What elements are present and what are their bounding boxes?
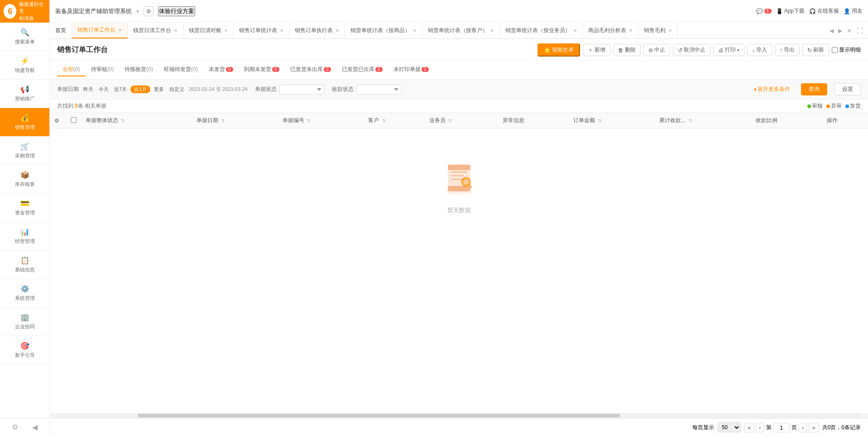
cancel-stop-btn[interactable]: ↺ 取消中止 bbox=[673, 44, 710, 56]
select-all-checkbox[interactable] bbox=[71, 117, 77, 123]
tab-home[interactable]: 首页 bbox=[50, 23, 72, 38]
expand-conditions-btn[interactable]: ▾ 展开更多条件 bbox=[754, 85, 790, 93]
filter-tab-shipped-out[interactable]: 已发货已出库0 bbox=[336, 63, 388, 76]
tab-scroll-right-icon[interactable]: ▶ bbox=[837, 28, 844, 34]
tab-sales-stat-product[interactable]: 销货单统计表（按商品）✕ bbox=[345, 23, 422, 38]
sidebar-item-inventory[interactable]: 📦库存核算 bbox=[0, 165, 49, 194]
page-input[interactable] bbox=[773, 423, 790, 432]
sort-collected-icon[interactable]: ⇅ bbox=[689, 118, 692, 123]
refresh-btn[interactable]: ↻ 刷新 bbox=[802, 44, 829, 56]
industry-btn[interactable]: 体验行业方案 bbox=[158, 6, 195, 16]
sort-amount-icon[interactable]: ⇅ bbox=[598, 118, 602, 123]
settings-icon[interactable]: ⚙ bbox=[12, 423, 18, 431]
sidebar-item-search[interactable]: 🔍搜索菜单 bbox=[0, 23, 49, 51]
ai-create-btn[interactable]: ⭐ 智能生单 bbox=[537, 43, 580, 57]
sidebar-item-sales[interactable]: 💰销售管理 bbox=[0, 108, 49, 137]
sort-no-icon[interactable]: ⇅ bbox=[307, 118, 311, 123]
date-more[interactable]: 更多 bbox=[152, 85, 166, 93]
collapse-icon[interactable]: ◀ bbox=[32, 423, 38, 431]
review-action-btn[interactable]: 审核 bbox=[807, 102, 823, 110]
date-7days[interactable]: 近7天 bbox=[112, 85, 129, 93]
stop-btn[interactable]: ⊘ 中止 bbox=[643, 44, 670, 56]
tab-sales-stat-salesman[interactable]: 销货单统计表（按业务员）✕ bbox=[500, 23, 583, 38]
filter-tab-shipped-not-out[interactable]: 已发货未出库0 bbox=[285, 63, 336, 76]
table-scroll[interactable]: ⚙ 单据整体状态 ⇅ 单据日期 ⇅ bbox=[50, 113, 868, 413]
print-btn[interactable]: 🖨 打印 ▾ bbox=[713, 44, 744, 56]
prev-page-btn[interactable]: ‹ bbox=[756, 423, 764, 432]
tab-close-sales-order-exec[interactable]: ✕ bbox=[336, 28, 339, 33]
tab-cash-reconcile[interactable]: 钱货日清对账✕ bbox=[183, 23, 234, 38]
sidebar-item-marketing[interactable]: 📢营销推广 bbox=[0, 80, 49, 108]
sidebar-item-guide[interactable]: 🎯新手引导 bbox=[0, 336, 49, 365]
delete-btn[interactable]: 🗑 删除 bbox=[613, 44, 641, 56]
print-icon: 🖨 bbox=[718, 47, 724, 53]
show-detail-checkbox[interactable] bbox=[832, 47, 838, 53]
sort-customer-icon[interactable]: ⇅ bbox=[382, 118, 386, 123]
scrollbar-thumb[interactable] bbox=[138, 414, 620, 417]
tab-close-product-margin[interactable]: ✕ bbox=[629, 28, 633, 33]
tab-cash-daily[interactable]: 钱货日清工作台✕ bbox=[128, 23, 183, 38]
tab-scroll-left-icon[interactable]: ◀ bbox=[828, 28, 835, 34]
filter-tab-pending-review[interactable]: 待审核(0) bbox=[86, 63, 120, 76]
import-btn[interactable]: ↓ 导入 bbox=[747, 44, 772, 56]
last-page-btn[interactable]: » bbox=[809, 423, 818, 432]
date-custom[interactable]: 自定义 bbox=[168, 85, 186, 93]
filter-tab-pending-inspect[interactable]: 待拣验货(0) bbox=[119, 63, 158, 76]
sort-status-icon[interactable]: ⇅ bbox=[121, 118, 125, 123]
date-1month[interactable]: 近1月 bbox=[130, 85, 150, 93]
date-today[interactable]: 今天 bbox=[97, 85, 110, 93]
settings-filter-btn[interactable]: 设置 bbox=[834, 83, 861, 95]
tab-close-sales-order-workbench[interactable]: ✕ bbox=[118, 28, 122, 33]
tab-close-cash-daily[interactable]: ✕ bbox=[174, 28, 177, 33]
sidebar-item-purchase[interactable]: 🛒采购管理 bbox=[0, 137, 49, 165]
column-settings-icon[interactable]: ⚙ bbox=[54, 118, 59, 124]
sort-salesman-icon[interactable]: ⇅ bbox=[448, 118, 452, 123]
topbar-settings-icon[interactable]: ⚙ bbox=[144, 6, 153, 16]
sort-date-icon[interactable]: ⇅ bbox=[221, 118, 225, 123]
dropdown-arrow-icon[interactable]: ▾ bbox=[136, 8, 139, 14]
first-page-btn[interactable]: « bbox=[744, 423, 754, 432]
search-btn[interactable]: 查询 bbox=[801, 83, 827, 95]
sidebar-item-quick-nav[interactable]: ⚡快捷导航 bbox=[0, 51, 49, 80]
tab-sales-revenue[interactable]: 销售毛利✕ bbox=[638, 23, 678, 38]
add-btn[interactable]: ＋ 新增 bbox=[583, 44, 610, 56]
message-icon-wrapper[interactable]: 💬 6 bbox=[756, 8, 772, 14]
user-icon: 👤 bbox=[844, 8, 850, 14]
filter-tab-all[interactable]: 全部(0) bbox=[57, 63, 86, 76]
sidebar-item-enterprise[interactable]: 🏢企业协同 bbox=[0, 308, 49, 336]
tab-close-all-icon[interactable]: ✕ bbox=[845, 27, 854, 34]
payment-select[interactable] bbox=[356, 85, 402, 95]
tab-close-sales-stat-salesman[interactable]: ✕ bbox=[573, 28, 577, 33]
tab-sales-order-stat[interactable]: 销售订单统计表✕ bbox=[234, 23, 289, 38]
filter-tab-wangpu-pending[interactable]: 旺铺待发货(0) bbox=[158, 63, 203, 76]
export-btn[interactable]: ↑ 导出 bbox=[775, 44, 800, 56]
sidebar-item-operations[interactable]: 📊经营管理 bbox=[0, 222, 49, 251]
next-page-btn[interactable]: › bbox=[799, 423, 807, 432]
page-size-select[interactable]: 10 20 50 100 bbox=[718, 422, 741, 432]
sidebar-item-system[interactable]: ⚙️系统管理 bbox=[0, 279, 49, 308]
tab-close-sales-revenue[interactable]: ✕ bbox=[668, 28, 672, 33]
ship-action-btn[interactable]: 发货 bbox=[845, 102, 861, 110]
tab-sales-order-workbench[interactable]: 销售订单工作台✕ bbox=[72, 23, 128, 38]
tab-sales-stat-customer[interactable]: 销货单统计表（按客户）✕ bbox=[422, 23, 500, 38]
tab-maximize-icon[interactable]: ⛶ bbox=[855, 27, 864, 34]
tab-close-sales-stat-customer[interactable]: ✕ bbox=[490, 28, 494, 33]
tab-close-cash-reconcile[interactable]: ✕ bbox=[224, 28, 228, 33]
tab-close-sales-order-stat[interactable]: ✕ bbox=[280, 28, 283, 33]
filter-tab-not-printed[interactable]: 未打印单据0 bbox=[388, 63, 434, 76]
tab-product-margin[interactable]: 商品毛利分析表✕ bbox=[583, 23, 638, 38]
filter-tab-not-shipped[interactable]: 未发货0 bbox=[203, 63, 239, 76]
status-select[interactable] bbox=[279, 85, 325, 95]
online-service-btn[interactable]: 🎧 在线客服 bbox=[809, 7, 839, 15]
sidebar-item-finance[interactable]: 💳资金管理 bbox=[0, 194, 49, 222]
tab-sales-order-exec[interactable]: 销售订单执行表✕ bbox=[289, 23, 345, 38]
sidebar-item-basic-info[interactable]: 📋基础信息 bbox=[0, 251, 49, 279]
cancel-review-action-btn[interactable]: 弃审 bbox=[826, 102, 842, 110]
date-yesterday[interactable]: 昨天 bbox=[82, 85, 95, 93]
horizontal-scrollbar[interactable] bbox=[57, 413, 861, 418]
filter-tab-expired-not-shipped[interactable]: 到期未发货0 bbox=[239, 63, 285, 76]
tab-close-sales-stat-product[interactable]: ✕ bbox=[413, 28, 417, 33]
app-download-btn[interactable]: 📱 App下载 bbox=[776, 7, 805, 15]
user-menu-btn[interactable]: 👤 用友 bbox=[844, 7, 863, 15]
show-detail-label[interactable]: 显示明细 bbox=[832, 46, 861, 54]
